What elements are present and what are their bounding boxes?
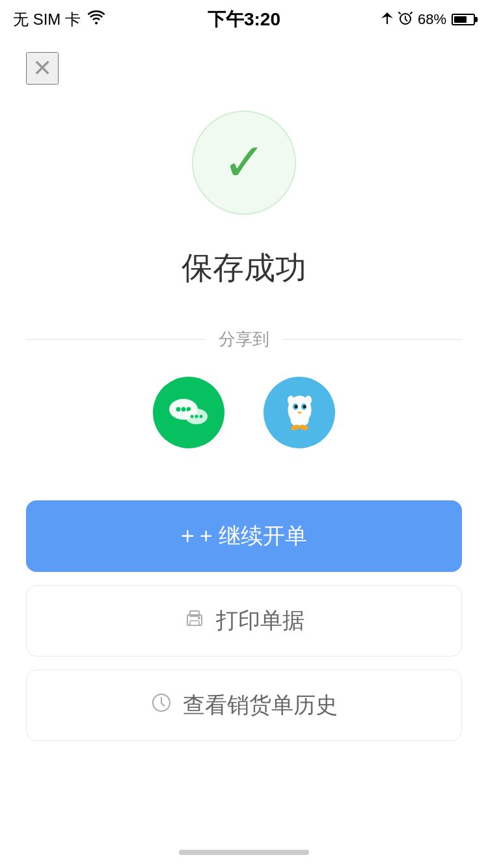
close-button[interactable]: ✕ [26,52,59,85]
svg-point-8 [199,414,202,418]
svg-point-2 [176,407,180,411]
close-icon: ✕ [33,57,52,80]
checkmark-icon: ✓ [223,137,266,189]
svg-point-6 [190,414,193,418]
plus-icon: + [181,522,195,550]
divider-line-right [282,339,462,340]
svg-point-14 [290,414,308,427]
print-icon [183,607,206,634]
svg-rect-21 [190,621,199,625]
status-right: 68% [381,10,475,29]
share-divider: 分享到 [26,328,462,351]
alarm-icon [398,10,413,29]
clock-icon [150,692,172,719]
wechat-share-button[interactable] [153,377,224,448]
wifi-icon [87,10,105,29]
svg-point-22 [198,617,200,619]
share-section: 分享到 [26,328,462,448]
status-time: 下午3:20 [208,7,280,32]
print-label: 打印单据 [216,606,305,636]
action-buttons: + + 继续开单 打印单据 查看销货单历 [26,500,462,741]
success-title: 保存成功 [182,247,306,289]
home-indicator [179,850,309,855]
svg-point-18 [305,396,312,405]
continue-label: + 继续开单 [200,521,307,551]
location-arrow-icon [381,11,393,28]
share-icons-row [26,377,462,448]
svg-point-7 [195,414,198,418]
status-bar: 无 SIM 卡 下午3:20 68% [0,0,488,39]
print-button[interactable]: 打印单据 [26,585,462,657]
battery-percent: 68% [418,11,446,28]
divider-line-left [26,339,206,340]
history-button[interactable]: 查看销货单历史 [26,670,462,741]
history-label: 查看销货单历史 [183,690,338,720]
svg-point-3 [181,407,185,411]
qq-icon [282,392,318,434]
svg-point-12 [294,405,297,408]
battery-icon [452,14,475,25]
svg-point-17 [288,396,294,405]
svg-point-13 [303,405,306,408]
qq-share-button[interactable] [264,377,335,448]
main-content: ✕ ✓ 保存成功 分享到 [0,39,488,754]
continue-button[interactable]: + + 继续开单 [26,500,462,572]
success-icon-container: ✓ [192,111,296,215]
wechat-icon [168,395,210,431]
status-left: 无 SIM 卡 [13,9,105,30]
share-label: 分享到 [219,328,269,351]
sim-status: 无 SIM 卡 [13,9,81,30]
